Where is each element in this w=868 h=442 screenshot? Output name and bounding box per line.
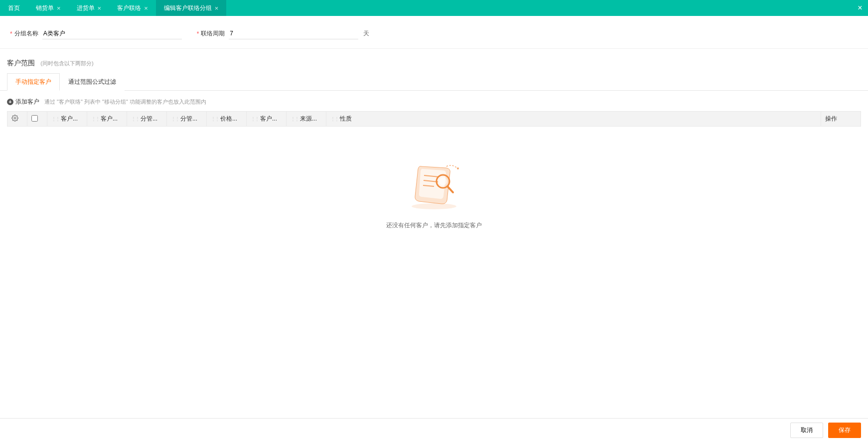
cycle-unit: 天 (363, 29, 369, 38)
column-header[interactable]: ⋮⋮来源... (287, 112, 326, 127)
tab-label: 销货单 (36, 4, 54, 12)
tab-label: 进货单 (77, 4, 95, 12)
hint-text: 通过 "客户联络" 列表中 "移动分组" 功能调整的客户也放入此范围内 (44, 98, 206, 106)
cycle-label: 联络周期 (201, 29, 225, 38)
svg-point-1 (412, 203, 456, 209)
drag-icon[interactable]: ⋮⋮ (171, 116, 179, 122)
form-section: * 分组名称 * 联络周期 天 (0, 16, 868, 49)
sub-tab-manual[interactable]: 手动指定客户 (7, 73, 60, 91)
column-header[interactable]: ⋮⋮性质 (326, 112, 821, 127)
drag-icon[interactable]: ⋮⋮ (91, 116, 99, 122)
select-all-checkbox[interactable] (31, 115, 38, 122)
required-star-icon: * (10, 30, 12, 37)
panel-close-button[interactable]: × (852, 0, 868, 16)
customer-table: ⋮⋮客户... ⋮⋮客户... ⋮⋮分管... ⋮⋮分管... ⋮⋮价格... … (7, 111, 861, 127)
required-star-icon: * (197, 30, 199, 37)
column-header[interactable]: ⋮⋮客户... (47, 112, 87, 127)
drag-icon[interactable]: ⋮⋮ (131, 116, 139, 122)
sub-tab-label: 通过范围公式过滤 (68, 78, 116, 85)
empty-text: 还没有任何客户，请先添加指定客户 (7, 221, 861, 230)
drag-icon[interactable]: ⋮⋮ (211, 116, 219, 122)
cycle-field: * 联络周期 天 (197, 28, 370, 39)
tab-label: 客户联络 (117, 4, 141, 12)
tab-home[interactable]: 首页 (0, 0, 28, 16)
table-header-row: ⋮⋮客户... ⋮⋮客户... ⋮⋮分管... ⋮⋮分管... ⋮⋮价格... … (7, 112, 861, 127)
cycle-input[interactable] (229, 28, 358, 39)
tab-purchase[interactable]: 进货单 × (69, 0, 110, 16)
sub-tab-label: 手动指定客户 (15, 78, 51, 85)
empty-state: 还没有任何客户，请先添加指定客户 (7, 127, 861, 260)
close-icon[interactable]: × (98, 4, 102, 12)
column-header[interactable]: ⋮⋮价格... (207, 112, 247, 127)
svg-point-0 (14, 117, 16, 119)
close-icon[interactable]: × (57, 4, 61, 12)
checkbox-column-header (27, 112, 47, 127)
customer-scope-header: 客户范围 (同时包含以下两部分) (0, 49, 868, 73)
tab-customer-contact[interactable]: 客户联络 × (109, 0, 156, 16)
svg-point-6 (439, 177, 447, 185)
column-header[interactable]: ⋮⋮客户... (247, 112, 287, 127)
add-customer-button[interactable]: + 添加客户 (7, 98, 39, 106)
settings-column-header[interactable] (7, 112, 27, 127)
column-header[interactable]: ⋮⋮分管... (167, 112, 207, 127)
table-wrapper: ⋮⋮客户... ⋮⋮客户... ⋮⋮分管... ⋮⋮分管... ⋮⋮价格... … (0, 111, 868, 260)
close-icon[interactable]: × (215, 4, 219, 12)
close-icon[interactable]: × (144, 4, 148, 12)
header-tab-bar: 首页 销货单 × 进货单 × 客户联络 × 编辑客户联络分组 × × (0, 0, 868, 16)
drag-icon[interactable]: ⋮⋮ (290, 116, 298, 122)
action-row: + 添加客户 通过 "客户联络" 列表中 "移动分组" 功能调整的客户也放入此范… (0, 91, 868, 111)
add-customer-label: 添加客户 (15, 98, 39, 106)
drag-icon[interactable]: ⋮⋮ (251, 116, 259, 122)
tab-label: 首页 (8, 4, 20, 12)
tab-edit-contact-group[interactable]: 编辑客户联络分组 × (156, 0, 227, 16)
group-name-field: * 分组名称 (10, 28, 182, 39)
section-title: 客户范围 (7, 59, 35, 67)
group-name-input[interactable] (42, 28, 182, 39)
drag-icon[interactable]: ⋮⋮ (330, 116, 338, 122)
column-header[interactable]: ⋮⋮分管... (127, 112, 167, 127)
sub-tab-bar: 手动指定客户 通过范围公式过滤 (0, 73, 868, 91)
plus-icon: + (7, 99, 13, 105)
empty-illustration-icon (399, 156, 469, 211)
tab-sales[interactable]: 销货单 × (28, 0, 69, 16)
group-name-label: 分组名称 (14, 29, 38, 38)
svg-point-8 (457, 167, 459, 169)
section-subtitle: (同时包含以下两部分) (40, 60, 93, 66)
drag-icon[interactable]: ⋮⋮ (51, 116, 59, 122)
gear-icon (11, 115, 18, 123)
sub-tab-formula[interactable]: 通过范围公式过滤 (60, 73, 125, 91)
column-header[interactable]: ⋮⋮客户... (87, 112, 127, 127)
tab-label: 编辑客户联络分组 (164, 4, 212, 12)
action-column-header: 操作 (821, 112, 861, 127)
